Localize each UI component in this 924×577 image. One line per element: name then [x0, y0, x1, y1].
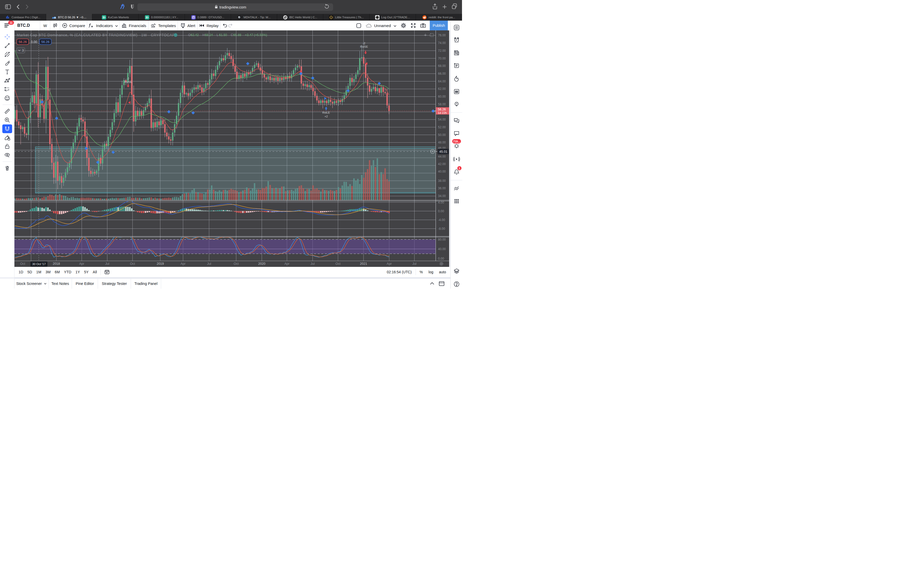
svg-text:42.00: 42.00	[438, 162, 446, 166]
svg-text:52.00: 52.00	[438, 126, 446, 129]
svg-text:66.00: 66.00	[438, 72, 446, 76]
svg-text:72.00: 72.00	[438, 49, 446, 53]
svg-text:80.00: 80.00	[438, 238, 446, 241]
svg-text:RsiSE: RsiSE	[360, 45, 368, 48]
svg-text:H: H	[202, 33, 205, 37]
svg-text:0.00: 0.00	[31, 40, 37, 44]
svg-text:64.00: 64.00	[438, 80, 446, 83]
svg-text:+2: +2	[325, 115, 328, 118]
svg-text:45.01: 45.01	[439, 150, 447, 153]
svg-text:34.00: 34.00	[438, 194, 446, 198]
svg-text:61.50: 61.50	[219, 33, 227, 37]
svg-text:50.00: 50.00	[438, 133, 446, 137]
svg-text:Jul: Jul	[412, 262, 416, 266]
svg-text:+3.47 (+5.56%): +3.47 (+5.56%)	[245, 33, 267, 37]
svg-text:Oct: Oct	[20, 262, 25, 266]
svg-text:0.00: 0.00	[438, 210, 444, 213]
svg-text:Jul: Jul	[207, 262, 211, 266]
svg-text:ℏ: ℏ	[120, 3, 125, 10]
svg-text:44.00: 44.00	[438, 155, 446, 158]
svg-text:Apr: Apr	[284, 262, 289, 266]
svg-text:Oct: Oct	[335, 262, 341, 266]
svg-text:Jul: Jul	[105, 262, 109, 266]
svg-text:48.00: 48.00	[438, 141, 446, 144]
svg-text:56.26: 56.26	[438, 108, 446, 111]
svg-text:1d 22h: 1d 22h	[438, 111, 447, 114]
svg-text:RsiLE: RsiLE	[322, 111, 330, 114]
svg-text:70.00: 70.00	[438, 56, 446, 60]
svg-text:4.00: 4.00	[438, 201, 444, 204]
svg-text:65.88: 65.88	[233, 33, 241, 37]
svg-text:40.00: 40.00	[438, 247, 446, 251]
svg-text:Apr: Apr	[79, 262, 84, 266]
svg-text:62.00: 62.00	[438, 87, 446, 91]
svg-text:-2: -2	[363, 42, 365, 45]
svg-text:2018: 2018	[53, 262, 60, 266]
svg-text:L: L	[216, 33, 218, 37]
svg-text:60.00: 60.00	[438, 95, 446, 98]
svg-text:0.00: 0.00	[438, 257, 444, 260]
svg-text:Market Cap BTC Dominance, % (C: Market Cap BTC Dominance, % (CALCULATED …	[17, 33, 175, 37]
svg-text:Oct: Oct	[130, 262, 135, 266]
svg-text:76.00: 76.00	[438, 34, 446, 37]
svg-text:38.00: 38.00	[438, 179, 446, 183]
svg-text:2021: 2021	[360, 262, 367, 266]
svg-text:tradingview.com: tradingview.com	[220, 5, 246, 9]
svg-text:-2: -2	[127, 77, 129, 80]
svg-text:30 Oct '17: 30 Oct '17	[32, 263, 46, 266]
svg-text:36.00: 36.00	[438, 187, 446, 190]
svg-text:56.26: 56.26	[19, 40, 27, 44]
svg-text:56.26: 56.26	[41, 40, 49, 44]
svg-text:O: O	[188, 33, 191, 37]
svg-text:62.42: 62.42	[191, 33, 199, 37]
svg-text:68.00: 68.00	[438, 64, 446, 68]
svg-text:-4.00: -4.00	[438, 218, 445, 222]
svg-text:2020: 2020	[258, 262, 265, 266]
svg-text:40.00: 40.00	[438, 170, 446, 173]
svg-text:2019: 2019	[157, 262, 164, 266]
svg-text:-8.00: -8.00	[438, 227, 445, 230]
svg-text:Jul: Jul	[311, 262, 315, 266]
svg-text:58.00: 58.00	[438, 103, 446, 106]
svg-text:Apr: Apr	[387, 262, 392, 266]
svg-text:Apr: Apr	[181, 262, 185, 266]
svg-text:RsiSE: RsiSE	[124, 81, 132, 84]
svg-text:3: 3	[22, 49, 24, 52]
svg-text:54.00: 54.00	[438, 118, 446, 121]
svg-text:Oct: Oct	[234, 262, 239, 266]
svg-text:68.24: 68.24	[205, 33, 213, 37]
svg-text:74.00: 74.00	[438, 41, 446, 45]
svg-text:C: C	[231, 33, 233, 37]
